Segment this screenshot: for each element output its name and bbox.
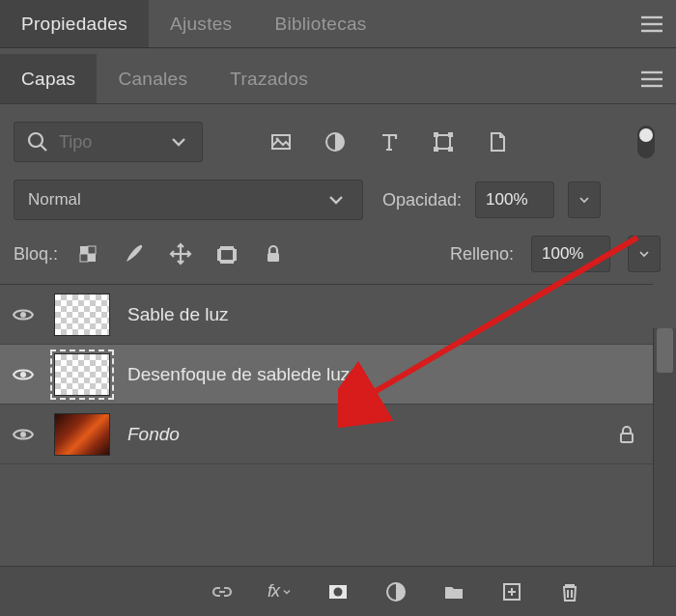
layer-fx-icon[interactable]: fx — [268, 581, 293, 602]
fill-value: 100% — [542, 244, 583, 264]
svg-rect-11 — [437, 135, 450, 149]
filter-shape-icon[interactable] — [431, 129, 456, 154]
opacity-label: Opacidad: — [382, 190, 462, 210]
filter-input[interactable] — [59, 132, 157, 153]
new-layer-icon[interactable] — [499, 579, 524, 604]
filter-smartobject-icon[interactable] — [485, 129, 510, 154]
opacity-value-box[interactable]: 100% — [475, 182, 554, 218]
layers-tabs: Capas Canales Trazados — [0, 54, 676, 104]
layer-filter-select[interactable] — [14, 122, 203, 162]
blend-row: Normal Opacidad: 100% — [0, 172, 676, 228]
opacity-dropdown[interactable] — [568, 182, 601, 218]
filter-row — [0, 104, 676, 172]
layers-menu-icon[interactable] — [628, 54, 676, 103]
layers-list: Sable de luz Desenfoque de sablede luz F… — [0, 284, 653, 464]
svg-point-30 — [20, 432, 26, 437]
svg-rect-16 — [80, 246, 88, 254]
svg-rect-13 — [448, 132, 453, 137]
tab-ajustes[interactable]: Ajustes — [149, 0, 253, 47]
layer-name[interactable]: Fondo — [127, 424, 180, 445]
delete-layer-icon[interactable] — [557, 579, 582, 604]
lock-position-icon[interactable] — [168, 241, 193, 266]
tab-trazados[interactable]: Trazados — [209, 54, 329, 103]
filter-toggle[interactable] — [637, 126, 655, 158]
tab-propiedades[interactable]: Propiedades — [0, 0, 149, 47]
tab-bibliotecas[interactable]: Bibliotecas — [253, 0, 387, 47]
add-adjustment-icon[interactable] — [383, 579, 408, 604]
layer-thumbnail[interactable] — [54, 294, 110, 336]
filter-pixel-icon[interactable] — [268, 129, 294, 154]
chevron-down-icon — [324, 187, 349, 212]
lock-transparency-icon[interactable] — [75, 241, 100, 266]
svg-rect-14 — [434, 147, 438, 152]
layer-name[interactable]: Sable de luz — [127, 304, 229, 325]
lock-label: Bloq.: — [14, 244, 58, 265]
svg-rect-19 — [80, 254, 88, 262]
link-layers-icon[interactable] — [210, 579, 235, 604]
opacity-value: 100% — [486, 190, 527, 210]
scrollbar-thumb[interactable] — [657, 328, 673, 373]
blend-mode-select[interactable]: Normal — [14, 180, 363, 220]
tab-canales[interactable]: Canales — [97, 54, 209, 103]
fill-label: Relleno: — [450, 244, 514, 265]
svg-rect-17 — [88, 254, 96, 262]
visibility-icon[interactable] — [10, 363, 37, 386]
svg-point-33 — [334, 587, 343, 596]
svg-rect-31 — [621, 434, 633, 442]
svg-point-9 — [276, 138, 279, 141]
svg-rect-22 — [220, 249, 234, 261]
visibility-icon[interactable] — [10, 303, 37, 326]
layers-scrollbar[interactable] — [653, 328, 676, 566]
chevron-down-icon — [167, 129, 190, 154]
layers-bottom-toolbar: fx — [0, 566, 676, 616]
svg-point-29 — [20, 372, 26, 378]
layer-thumbnail[interactable] — [54, 353, 110, 396]
layer-row[interactable]: Desenfoque de sablede luz — [0, 345, 653, 405]
add-group-icon[interactable] — [441, 579, 466, 604]
tab-capas[interactable]: Capas — [0, 54, 97, 103]
fill-dropdown[interactable] — [628, 236, 661, 272]
layer-row[interactable]: Sable de luz — [0, 285, 653, 345]
filter-adjustment-icon[interactable] — [323, 129, 348, 154]
svg-rect-12 — [434, 132, 438, 137]
lock-pixels-icon[interactable] — [122, 241, 147, 266]
filter-type-icon[interactable] — [377, 129, 402, 154]
svg-point-28 — [20, 312, 26, 318]
svg-rect-15 — [448, 147, 453, 152]
layer-thumbnail[interactable] — [54, 413, 110, 456]
svg-rect-27 — [268, 253, 279, 262]
visibility-icon[interactable] — [10, 423, 37, 446]
fill-value-box[interactable]: 100% — [531, 236, 610, 272]
properties-tabs: Propiedades Ajustes Bibliotecas — [0, 0, 676, 48]
add-mask-icon[interactable] — [325, 579, 351, 604]
svg-rect-18 — [88, 246, 96, 254]
lock-artboard-icon[interactable] — [214, 241, 239, 266]
layer-row[interactable]: Fondo — [0, 405, 653, 464]
lock-all-icon[interactable] — [261, 241, 286, 266]
panel-menu-icon[interactable] — [628, 0, 676, 47]
layer-name[interactable]: Desenfoque de sablede luz — [127, 364, 350, 385]
lock-row: Bloq.: Relleno: 100% — [0, 228, 676, 278]
layer-lock-icon[interactable] — [614, 422, 639, 447]
search-icon — [26, 129, 49, 154]
svg-point-6 — [29, 133, 42, 147]
blend-mode-value: Normal — [28, 190, 81, 210]
svg-line-7 — [41, 145, 46, 151]
